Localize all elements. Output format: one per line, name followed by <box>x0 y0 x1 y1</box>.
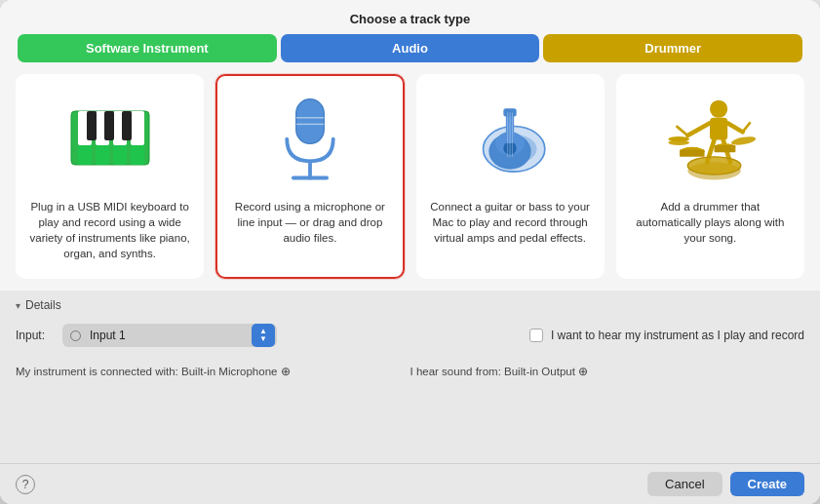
input-row: Input: Input 1 ▲ ▼ <box>16 324 804 347</box>
svg-point-44 <box>669 136 690 141</box>
create-button[interactable]: Create <box>730 472 804 496</box>
piano-icon <box>61 92 159 189</box>
card-guitar[interactable]: Connect a guitar or bass to your Mac to … <box>416 74 605 279</box>
details-header[interactable]: ▾ Details <box>0 291 820 318</box>
card-software-instrument[interactable]: Plug in a USB MIDI keyboard to play and … <box>16 74 204 279</box>
svg-point-30 <box>710 100 727 118</box>
details-section: ▾ Details Input: Input 1 ▲ <box>0 291 820 463</box>
svg-rect-47 <box>715 145 736 152</box>
card-guitar-desc: Connect a guitar or bass to your Mac to … <box>430 199 591 246</box>
details-chevron-icon: ▾ <box>16 300 20 311</box>
svg-rect-12 <box>122 111 132 140</box>
card-drummer-desc: Add a drummer that automatically plays a… <box>630 199 791 246</box>
footer-right: Cancel Create <box>647 472 804 496</box>
input-select[interactable]: Input 1 <box>62 324 277 347</box>
guitar-icon <box>461 92 559 189</box>
svg-rect-13 <box>296 98 325 143</box>
instrument-connected-info[interactable]: My instrument is connected with: Built-i… <box>16 365 410 378</box>
svg-line-33 <box>678 127 688 136</box>
svg-line-35 <box>743 123 750 132</box>
svg-rect-9 <box>131 111 144 145</box>
card-microphone[interactable]: Record using a microphone or line input … <box>215 74 404 279</box>
hear-sound-info[interactable]: I hear sound from: Built-in Output ⊕ <box>410 365 805 378</box>
dialog-title: Choose a track type <box>0 0 820 34</box>
svg-point-45 <box>731 136 757 147</box>
card-mic-desc: Record using a microphone or line input … <box>229 199 390 246</box>
svg-rect-42 <box>680 150 704 157</box>
dialog: Choose a track type Software Instrument … <box>0 0 820 504</box>
tab-drummer[interactable]: Drummer <box>543 34 802 62</box>
cards-area: Plug in a USB MIDI keyboard to play and … <box>0 62 820 291</box>
details-label: Details <box>25 298 61 312</box>
details-body: Input: Input 1 ▲ ▼ <box>0 318 820 388</box>
tab-audio[interactable]: Audio <box>281 34 540 62</box>
info-rows: My instrument is connected with: Built-i… <box>16 357 804 378</box>
help-button[interactable]: ? <box>16 475 35 494</box>
svg-rect-11 <box>104 111 114 140</box>
svg-line-34 <box>728 123 743 132</box>
card-drummer[interactable]: Add a drummer that automatically plays a… <box>616 74 804 279</box>
tab-software-instrument[interactable]: Software Instrument <box>18 34 277 62</box>
microphone-icon <box>261 92 359 189</box>
input-label: Input: <box>16 329 55 342</box>
svg-line-32 <box>688 123 711 136</box>
cancel-button[interactable]: Cancel <box>647 472 722 496</box>
footer: ? Cancel Create <box>0 463 820 504</box>
svg-rect-31 <box>710 118 727 140</box>
hear-instrument-label: I want to hear my instrument as I play a… <box>551 329 804 342</box>
drummer-icon <box>661 92 759 189</box>
hear-instrument-checkbox[interactable] <box>529 329 543 342</box>
tab-bar: Software Instrument Audio Drummer <box>0 34 820 62</box>
card-software-desc: Plug in a USB MIDI keyboard to play and … <box>29 199 190 261</box>
input-select-wrapper: Input 1 ▲ ▼ <box>62 324 277 347</box>
checkbox-row: I want to hear my instrument as I play a… <box>529 329 804 342</box>
svg-rect-10 <box>87 111 97 140</box>
